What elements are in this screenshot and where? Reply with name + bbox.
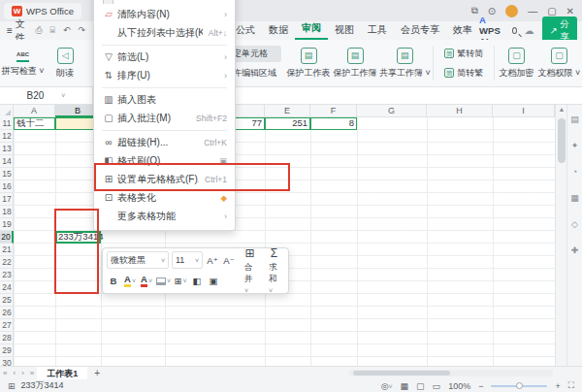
menu-item-插入图表[interactable]: ▥插入图表 (94, 90, 235, 109)
row-header-17[interactable]: 17 (0, 193, 14, 206)
normal-view-icon[interactable]: ▦ (401, 381, 409, 391)
menu-item-筛选(L)[interactable]: ▽筛选(L)› (94, 48, 235, 66)
zoom-out-icon[interactable]: − (478, 381, 483, 391)
row-header-24[interactable]: 24 (0, 281, 14, 294)
column-header-I[interactable]: I (493, 105, 555, 117)
row-header-26[interactable]: 26 (0, 307, 14, 319)
zoom-slider[interactable] (491, 385, 547, 387)
cloud-sync-icon[interactable]: ☁ (525, 25, 534, 36)
ribbon-button-拼写检查[interactable]: ABC拼写检查 ˅ (0, 40, 46, 86)
vertical-scrollbar-thumb[interactable] (558, 118, 566, 163)
sidebar-tool-icon-3[interactable]: ◔ (572, 167, 577, 177)
increase-font-icon[interactable]: A⁺ (206, 252, 219, 269)
cell-F11[interactable]: 8 (310, 117, 357, 130)
menu-item-插入批注(M)[interactable]: ▢插入批注(M)Shift+F2 (94, 109, 235, 127)
row-header-12[interactable]: 12 (0, 130, 14, 143)
page-break-icon[interactable]: ▭ (433, 381, 441, 391)
menu-item-超链接(H)...[interactable]: ∞超链接(H)...Ctrl+K (94, 133, 235, 151)
row-header-29[interactable]: 29 (0, 344, 14, 357)
zoom-in-icon[interactable]: + (555, 381, 560, 391)
column-header-A[interactable]: A (14, 105, 55, 117)
tab-会员专享[interactable]: 会员专享 (394, 21, 446, 40)
ribbon-button-文档权限[interactable]: ▢文档权限 ˅ (536, 40, 582, 86)
column-header-G[interactable]: G (357, 105, 427, 117)
select-all-corner[interactable] (0, 105, 14, 117)
column-header-E[interactable]: E (265, 105, 310, 117)
ribbon-button-保护工作表[interactable]: ▤保护工作表 (285, 40, 332, 86)
highlight-color-icon[interactable]: A˅ (123, 273, 137, 289)
search-icon[interactable] (512, 27, 517, 34)
column-header-F[interactable]: F (310, 105, 357, 117)
cell-style-icon[interactable]: ▣ (207, 273, 220, 289)
first-sheet-icon[interactable]: « (0, 369, 10, 377)
ribbon-button-繁转简[interactable]: 简繁转简 (439, 46, 488, 62)
undo-icon[interactable]: ↶ (63, 25, 71, 36)
decrease-font-icon[interactable]: A⁻ (222, 252, 236, 269)
fullscreen-icon[interactable]: ⛶ (568, 380, 574, 391)
row-header-30[interactable]: 30 (0, 357, 14, 366)
eye-protect-icon[interactable]: ◎˅ (381, 381, 393, 391)
sheet-tab[interactable]: 工作表1 (37, 367, 87, 379)
cell-E11[interactable]: 251 (265, 117, 310, 130)
row-header-23[interactable]: 23 (0, 269, 14, 281)
tab-效率[interactable]: 效率 (446, 21, 479, 40)
ribbon-button-朗读[interactable]: ◁朗读 (46, 40, 84, 86)
add-sheet-button[interactable]: + (87, 368, 107, 378)
horizontal-scrollbar[interactable] (349, 370, 553, 376)
sidebar-tool-icon-5[interactable]: ◇ (571, 219, 578, 229)
format-painter-icon[interactable]: ◧ (190, 273, 204, 289)
zoom-level[interactable]: 100% (448, 381, 470, 391)
sidebar-tool-icon-1[interactable]: ▤ (570, 114, 579, 124)
sidebar-tool-icon-4[interactable]: ▦ (570, 193, 579, 203)
horizontal-scrollbar-thumb[interactable] (353, 371, 450, 376)
save-icon[interactable]: ⎙ (35, 25, 42, 36)
row-header-16[interactable]: 16 (0, 180, 14, 193)
autosum-button[interactable]: Σ 求和˅ (264, 251, 284, 290)
font-name-select[interactable]: 微软雅黑˅ (107, 251, 169, 269)
name-box[interactable]: B20 ˅ (0, 87, 93, 104)
sidebar-tool-icon-2[interactable]: ✦ (571, 141, 579, 150)
fill-color-icon[interactable]: ˅ (156, 273, 171, 289)
row-header-18[interactable]: 18 (0, 206, 14, 218)
bold-icon[interactable]: B (107, 273, 120, 289)
next-sheet-icon[interactable]: › (18, 369, 27, 377)
cell-A11[interactable]: 钱十二 (14, 117, 55, 130)
row-header-28[interactable]: 28 (0, 332, 14, 344)
last-sheet-icon[interactable]: » (27, 369, 37, 377)
row-header-13[interactable]: 13 (0, 143, 14, 155)
menu-item-排序(U)[interactable]: ⇅排序(U)› (94, 66, 235, 84)
menu-item-清除内容(N)[interactable]: ▱清除内容(N)› (94, 5, 235, 23)
row-header-11[interactable]: 11 (0, 117, 14, 130)
row-header-21[interactable]: 21 (0, 244, 14, 256)
workspace-icon[interactable]: ⧉ (471, 5, 478, 16)
menu-item-更多表格功能[interactable]: 更多表格功能› (94, 207, 235, 225)
row-header-25[interactable]: 25 (0, 294, 14, 307)
row-header-14[interactable]: 14 (0, 155, 14, 168)
column-header-H[interactable]: H (427, 105, 493, 117)
merge-cells-button[interactable]: ⊞ 合并˅ (240, 251, 260, 290)
redo-icon[interactable]: ↷ (79, 25, 86, 36)
font-color-icon[interactable]: A˅ (140, 273, 153, 289)
row-header-27[interactable]: 27 (0, 319, 14, 332)
sidebar-tool-icon-6[interactable]: ✚ (571, 245, 579, 255)
page-layout-icon[interactable]: ▢ (416, 381, 425, 391)
row-header-15[interactable]: 15 (0, 168, 14, 180)
prev-sheet-icon[interactable]: ‹ (10, 369, 18, 377)
row-header-19[interactable]: 19 (0, 218, 14, 231)
font-size-select[interactable]: 11˅ (172, 251, 203, 269)
row-header-22[interactable]: 22 (0, 256, 14, 269)
print-icon[interactable]: ⌸ (50, 25, 55, 36)
borders-icon[interactable]: ⊞˅ (174, 273, 187, 289)
tab-数据[interactable]: 数据 (262, 21, 295, 40)
row-header-20[interactable]: 20 (0, 231, 14, 244)
vertical-scrollbar[interactable]: ▲ (555, 105, 566, 366)
tab-视图[interactable]: 视图 (328, 21, 361, 40)
menu-item-从下拉列表中选择(K)...[interactable]: 从下拉列表中选择(K)...Alt+↓ (94, 23, 235, 42)
ribbon-button-共享工作簿[interactable]: ▤共享工作簿 ˅ (378, 40, 431, 86)
ribbon-button-文档加密[interactable]: ▢文档加密 (497, 40, 536, 86)
tab-审阅[interactable]: 审阅 (295, 19, 328, 40)
ribbon-button-保护工作簿[interactable]: ▤保护工作簿 (332, 40, 378, 86)
tab-工具[interactable]: 工具 (361, 21, 394, 40)
ribbon-button-简转繁[interactable]: 简简转繁 (439, 65, 488, 82)
zoom-slider-knob[interactable] (516, 382, 523, 389)
